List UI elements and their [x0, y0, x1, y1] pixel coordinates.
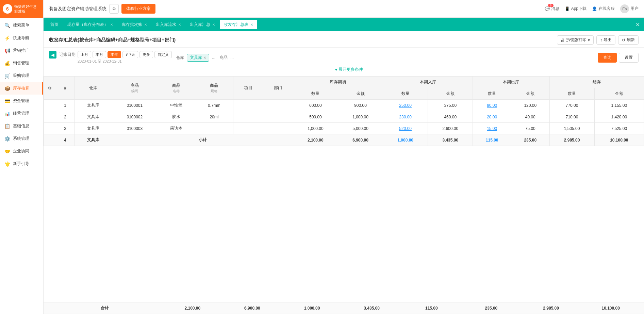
chevron-down-icon: ▾	[588, 38, 590, 43]
sidebar-item-inventory[interactable]: 📦 库存核算	[0, 82, 43, 95]
row-out-qty[interactable]: 80.00	[473, 100, 511, 111]
date-btn-7days[interactable]: 近7天	[122, 51, 138, 58]
warehouse-remove-icon[interactable]: ✕	[203, 56, 206, 60]
user-label: 用户	[630, 6, 639, 12]
refresh-button[interactable]: ↺ 刷新	[618, 35, 639, 45]
close-icon[interactable]: ✕	[178, 23, 181, 27]
system-title: 装备及固定资产辅助管理系统	[49, 6, 106, 12]
sidebar-item-label: 新手引导	[13, 161, 29, 167]
close-icon[interactable]: ✕	[110, 23, 113, 27]
sidebar-item-search[interactable]: 🔍 搜索菜单	[0, 19, 43, 32]
col-project: 项目	[233, 77, 263, 100]
sub-out-qty[interactable]: 115.00	[473, 134, 511, 146]
trial-button[interactable]: 体验行业方案	[121, 4, 155, 14]
col-out-amt: 金额	[511, 88, 549, 100]
sidebar-item-label: 快捷导航	[13, 35, 29, 41]
basic-icon: 📋	[4, 123, 10, 129]
sidebar-item-guide[interactable]: 🌟 新手引导	[0, 158, 43, 170]
finance-icon: 💳	[4, 98, 10, 104]
tab-home[interactable]: 首页	[46, 20, 63, 29]
tab-label: 出入库汇总	[190, 22, 210, 28]
marketing-icon: 📢	[4, 48, 10, 53]
tab-label: 现存量（库存分布表）	[67, 22, 108, 28]
sidebar-item-operation[interactable]: 📊 经营管理	[0, 107, 43, 120]
online-service-item[interactable]: 👤 在线客服	[592, 6, 615, 12]
date-btn-custom[interactable]: 自定义	[154, 51, 172, 58]
close-all-button[interactable]: ✕	[634, 21, 641, 28]
close-icon[interactable]: ✕	[144, 23, 147, 27]
settings-button[interactable]: ⚙	[109, 4, 119, 14]
date-btn-this-month[interactable]: 本月	[93, 51, 106, 58]
search-icon: 🔍	[4, 23, 10, 28]
date-btn-this-year[interactable]: 本年	[108, 51, 121, 58]
expand-icon: ▾	[335, 67, 337, 72]
sidebar-item-quick-nav[interactable]: ⚡ 快捷导航	[0, 32, 43, 44]
row-open-qty: 1,000.00	[293, 123, 338, 134]
row-in-qty[interactable]: 230.00	[383, 111, 428, 123]
close-icon[interactable]: ✕	[212, 23, 215, 27]
warehouse-more[interactable]: ...	[212, 55, 215, 60]
footer-label: 合计	[47, 305, 163, 311]
row-index: 2	[56, 111, 75, 123]
export-icon: ↑	[600, 38, 602, 43]
tab-home-label: 首页	[50, 22, 59, 28]
date-btn-more[interactable]: 更多	[139, 51, 153, 58]
row-in-qty[interactable]: 250.00	[383, 100, 428, 111]
row-out-qty[interactable]: 15.00	[473, 123, 511, 134]
date-filter: 记账日期 上月 本月 本年 近7天 更多 自定义 2023-01-01 至 20…	[59, 51, 172, 64]
logo-icon: 6	[3, 4, 12, 14]
sub-in-amt: 3,435.00	[428, 134, 473, 146]
col-settings[interactable]: ⚙	[44, 77, 56, 100]
app-download-item[interactable]: 📱 App下载	[565, 6, 587, 12]
date-btn-last-month[interactable]: 上月	[78, 51, 91, 58]
footer-close-qty: 2,985.00	[521, 306, 581, 311]
export-button[interactable]: ↑ 导出	[596, 35, 615, 45]
user-item[interactable]: Ea 用户	[620, 4, 639, 13]
sidebar-item-system[interactable]: ⚙️ 系统管理	[0, 132, 43, 145]
expand-conditions[interactable]: ▾ 展开更多条件	[59, 64, 639, 72]
tab-batch[interactable]: 库存批次账 ✕	[118, 20, 151, 29]
sidebar-item-marketing[interactable]: 📢 营销推广	[0, 44, 43, 57]
row-close-amt: 1,155.00	[594, 100, 644, 111]
expand-label: 展开更多条件	[338, 67, 363, 72]
settings-table-button[interactable]: 设置	[619, 53, 639, 63]
sub-in-qty[interactable]: 1,000.00	[383, 134, 428, 146]
row-in-amt: 2,600.00	[428, 123, 473, 134]
search-button[interactable]: 查询	[598, 53, 617, 63]
row-dept	[263, 111, 293, 123]
col-in-qty: 数量	[383, 88, 428, 100]
row-name: 采访本	[157, 123, 195, 134]
tab-inventory-dist[interactable]: 现存量（库存分布表） ✕	[63, 20, 117, 29]
row-index: 1	[56, 100, 75, 111]
sidebar-item-basic[interactable]: 📋 基础信息	[0, 120, 43, 132]
sidebar-item-sales[interactable]: 💰 销售管理	[0, 57, 43, 69]
filter-bar: ◀ 记账日期 上月 本月 本年 近7天 更多 自定义	[44, 48, 644, 76]
mobile-icon: 📱	[565, 6, 570, 11]
close-icon[interactable]: ✕	[250, 23, 253, 27]
row-spec: 20ml	[195, 111, 233, 123]
sidebar-item-label: 基础信息	[13, 123, 29, 129]
col-name: 商品名称	[157, 77, 195, 100]
tab-collect-summary[interactable]: 收发存汇总表 ✕	[220, 20, 257, 29]
print-label: 拆锁版打印	[566, 37, 587, 43]
row-out-amt: 40.00	[511, 111, 549, 123]
row-close-qty: 1,505.00	[549, 123, 594, 134]
row-in-qty[interactable]: 520.00	[383, 123, 428, 134]
sub-close-qty: 2,985.00	[549, 134, 594, 146]
goods-more[interactable]: ...	[230, 55, 234, 60]
tab-flow[interactable]: 出入库流水 ✕	[152, 20, 185, 29]
collapse-button[interactable]: ◀	[49, 51, 56, 59]
sidebar-item-purchase[interactable]: 🛒 采购管理	[0, 69, 43, 82]
filter-content: 记账日期 上月 本月 本年 近7天 更多 自定义 2023-01-01 至 20…	[59, 51, 639, 72]
goods-filter: 商品 ...	[219, 55, 234, 61]
sidebar-item-label: 企业协同	[13, 148, 29, 154]
export-label: 导出	[604, 37, 612, 43]
system-icon: ⚙️	[4, 136, 10, 142]
tab-summary[interactable]: 出入库汇总 ✕	[186, 20, 219, 29]
table-row: 1 文具库 0100001 中性笔 0.7mm 600.00 900.00 25…	[44, 100, 644, 111]
print-button[interactable]: 🖨 拆锁版打印 ▾	[557, 35, 594, 45]
sidebar-item-finance[interactable]: 💳 资金管理	[0, 95, 43, 107]
sidebar-item-enterprise[interactable]: 🤝 企业协同	[0, 145, 43, 158]
notification-item[interactable]: 💬 消息 6	[545, 6, 559, 12]
row-out-qty[interactable]: 20.00	[473, 111, 511, 123]
